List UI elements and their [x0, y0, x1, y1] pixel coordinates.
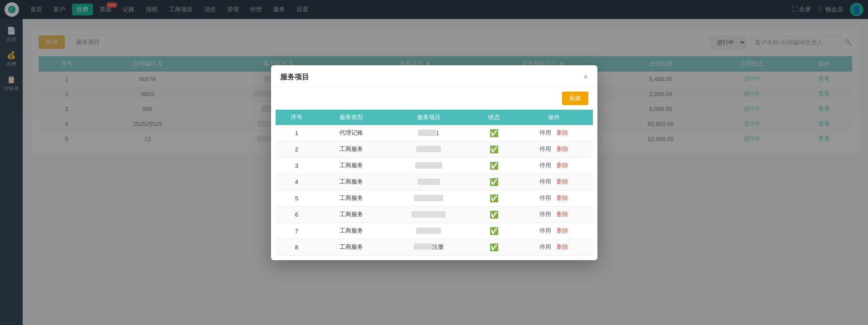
modal-toolbar: 新建	[271, 87, 597, 110]
stop-button[interactable]: 停用	[539, 178, 551, 185]
stop-button[interactable]: 停用	[539, 162, 551, 169]
stop-button[interactable]: 停用	[539, 129, 551, 136]
list-item: 6 工商服务 ✅ 停用 删除	[276, 206, 593, 223]
modal-cell-type: 工商服务	[318, 174, 384, 190]
modal-cell-item	[385, 223, 473, 239]
list-item: 5 工商服务 ✅ 停用 删除	[276, 190, 593, 206]
modal-cell-type: 工商服务	[318, 141, 384, 157]
modal-cell-seq: 4	[276, 174, 318, 190]
stop-button[interactable]: 停用	[539, 194, 551, 201]
modal-cell-status: ✅	[473, 190, 515, 206]
modal-col-seq: 序号	[276, 110, 318, 125]
delete-button[interactable]: 删除	[557, 211, 568, 218]
modal-body: 序号 服务类型 服务项目 状态 操作 1 代理记账 1 ✅ 停用 删除 2 工商…	[271, 110, 597, 260]
modal-cell-item	[385, 141, 473, 157]
modal-col-item: 服务项目	[385, 110, 473, 125]
modal-new-button[interactable]: 新建	[562, 92, 588, 105]
modal-cell-seq: 3	[276, 157, 318, 174]
list-item: 7 工商服务 ✅ 停用 删除	[276, 223, 593, 239]
stop-button[interactable]: 停用	[539, 211, 551, 218]
modal-cell-seq: 7	[276, 223, 318, 239]
delete-button[interactable]: 删除	[557, 243, 568, 250]
modal-col-status: 状态	[473, 110, 515, 125]
list-item: 8 工商服务 注册 ✅ 停用 删除	[276, 239, 593, 255]
modal-cell-seq: 8	[276, 239, 318, 255]
modal-cell-status: ✅	[473, 223, 515, 239]
modal-cell-actions[interactable]: 停用 删除	[515, 223, 593, 239]
stop-button[interactable]: 停用	[539, 146, 551, 152]
modal-cell-item	[385, 190, 473, 206]
delete-button[interactable]: 删除	[557, 146, 568, 152]
delete-button[interactable]: 删除	[557, 194, 568, 201]
modal-cell-actions[interactable]: 停用 删除	[515, 190, 593, 206]
modal-cell-actions[interactable]: 停用 删除	[515, 206, 593, 223]
modal-cell-type: 工商服务	[318, 206, 384, 223]
modal-cell-status: ✅	[473, 206, 515, 223]
modal-overlay[interactable]: 服务项目 × 新建 序号 服务类型 服务项目 状态 操作 1 代理记账	[0, 0, 868, 325]
list-item: 2 工商服务 ✅ 停用 删除	[276, 141, 593, 157]
delete-button[interactable]: 删除	[557, 227, 568, 234]
service-items-table: 序号 服务类型 服务项目 状态 操作 1 代理记账 1 ✅ 停用 删除 2 工商…	[276, 110, 593, 256]
modal-header: 服务项目 ×	[271, 65, 597, 87]
modal-col-type: 服务类型	[318, 110, 384, 125]
modal-cell-seq: 5	[276, 190, 318, 206]
modal-cell-item: 1	[385, 125, 473, 141]
modal-title: 服务项目	[280, 73, 309, 82]
modal-cell-actions[interactable]: 停用 删除	[515, 174, 593, 190]
modal-cell-type: 工商服务	[318, 223, 384, 239]
list-item: 1 代理记账 1 ✅ 停用 删除	[276, 125, 593, 141]
modal-cell-type: 工商服务	[318, 157, 384, 174]
modal-cell-item	[385, 174, 473, 190]
modal-cell-item	[385, 157, 473, 174]
modal-cell-status: ✅	[473, 141, 515, 157]
modal-cell-actions[interactable]: 停用 删除	[515, 157, 593, 174]
modal-cell-status: ✅	[473, 239, 515, 255]
modal-col-action: 操作	[515, 110, 593, 125]
modal-cell-status: ✅	[473, 157, 515, 174]
modal-cell-item	[385, 206, 473, 223]
stop-button[interactable]: 停用	[539, 227, 551, 234]
list-item: 4 工商服务 ✅ 停用 删除	[276, 174, 593, 190]
modal-cell-actions[interactable]: 停用 删除	[515, 239, 593, 255]
modal-cell-seq: 6	[276, 206, 318, 223]
modal-cell-seq: 2	[276, 141, 318, 157]
modal-cell-actions[interactable]: 停用 删除	[515, 141, 593, 157]
modal-cell-actions[interactable]: 停用 删除	[515, 125, 593, 141]
delete-button[interactable]: 删除	[557, 178, 568, 185]
modal-cell-type: 工商服务	[318, 239, 384, 255]
modal-cell-type: 工商服务	[318, 190, 384, 206]
service-modal: 服务项目 × 新建 序号 服务类型 服务项目 状态 操作 1 代理记账	[271, 65, 597, 260]
delete-button[interactable]: 删除	[557, 162, 568, 169]
stop-button[interactable]: 停用	[539, 243, 551, 250]
modal-cell-item: 注册	[385, 239, 473, 255]
modal-close-button[interactable]: ×	[583, 73, 588, 82]
modal-cell-status: ✅	[473, 174, 515, 190]
modal-cell-type: 代理记账	[318, 125, 384, 141]
delete-button[interactable]: 删除	[557, 129, 568, 136]
modal-cell-seq: 1	[276, 125, 318, 141]
list-item: 3 工商服务 ✅ 停用 删除	[276, 157, 593, 174]
modal-cell-status: ✅	[473, 125, 515, 141]
